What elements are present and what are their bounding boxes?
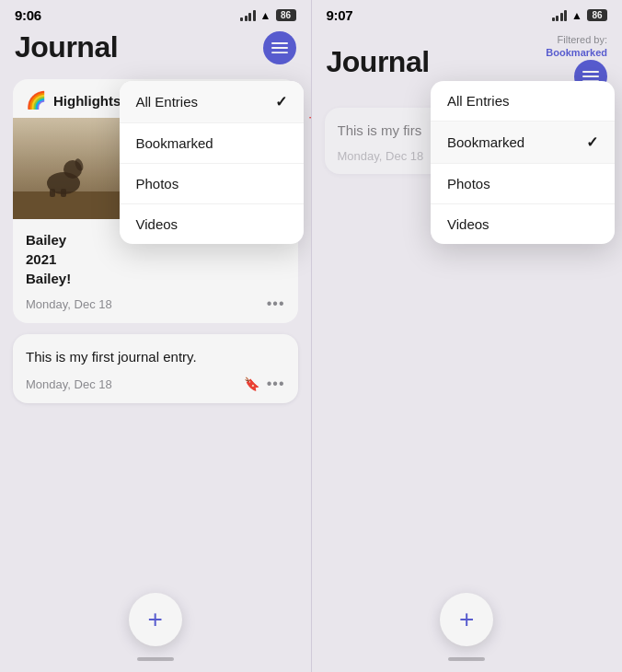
dropdown-right: All Entries Bookmarked ✓ Photos Videos <box>431 81 615 244</box>
menu-label: All Entries <box>447 93 510 109</box>
menu-label: Photos <box>447 176 490 191</box>
menu-videos-right[interactable]: Videos <box>431 204 615 244</box>
menu-label: Videos <box>447 216 490 232</box>
dropdown-left: All Entries ✓ Bookmarked Photos Videos <box>120 81 304 244</box>
menu-bookmarked-right[interactable]: Bookmarked ✓ <box>431 122 615 164</box>
left-panel: 9:06 ▲ 86 Journal → A <box>0 0 311 672</box>
menu-label: Photos <box>136 176 179 191</box>
menu-bookmarked-left[interactable]: Bookmarked <box>120 123 304 164</box>
menu-label: Bookmarked <box>136 135 213 151</box>
menu-all-entries-right[interactable]: All Entries <box>431 81 615 122</box>
menu-photos-left[interactable]: Photos <box>120 164 304 204</box>
right-panel: 9:07 ▲ 86 Journal Filtered by: Bookmarke… <box>312 0 623 672</box>
checkmark-right: ✓ <box>586 133 598 151</box>
menu-videos-left[interactable]: Videos <box>120 204 304 244</box>
menu-photos-right[interactable]: Photos <box>431 164 615 204</box>
menu-label: Videos <box>136 216 179 232</box>
menu-label: Bookmarked <box>447 134 524 150</box>
checkmark-left: ✓ <box>275 93 287 110</box>
menu-label: All Entries <box>136 94 199 110</box>
menu-all-entries-left[interactable]: All Entries ✓ <box>120 81 304 123</box>
